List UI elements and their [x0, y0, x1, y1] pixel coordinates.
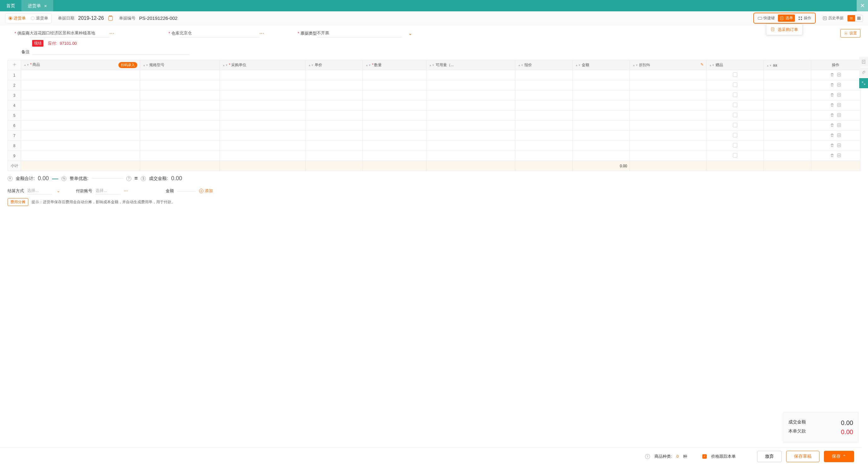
sort-icon: ▲▼: [575, 64, 581, 66]
hotkey-button[interactable]: 快捷键: [756, 14, 777, 22]
items-table-wrap: ▲▼*商品扫码录入 ▲▼规格型号 ▲▼*采购单位 ▲▼单价 ▲▼*数量 ▲▼可用…: [0, 60, 868, 171]
table-row[interactable]: 9: [8, 151, 861, 161]
view-grid-button[interactable]: [855, 15, 863, 22]
add-row-button[interactable]: [837, 72, 841, 78]
delete-row-button[interactable]: [830, 72, 834, 78]
list-icon: [823, 16, 827, 21]
table-row[interactable]: 8: [8, 141, 861, 151]
add-row-button[interactable]: [837, 103, 841, 108]
delete-row-button[interactable]: [830, 103, 834, 108]
plus-box-icon: [837, 123, 841, 127]
history-area: 历史单据: [821, 14, 863, 22]
sort-icon: ▲▼: [709, 64, 715, 66]
add-row-button[interactable]: [837, 153, 841, 158]
more-icon[interactable]: ⋯: [124, 188, 128, 193]
select-purchase-order-popup[interactable]: 选采购订单: [766, 24, 803, 35]
chevron-down-icon[interactable]: ⌄: [57, 188, 60, 193]
gift-checkbox[interactable]: [733, 143, 737, 148]
note-icon: [861, 60, 866, 64]
tab-home[interactable]: 首页: [0, 0, 22, 11]
delete-row-button[interactable]: [830, 133, 834, 138]
col-amount[interactable]: ▲▼金额: [572, 60, 630, 70]
gift-checkbox[interactable]: [733, 133, 737, 137]
fee-allocation-button[interactable]: 费用分摊: [7, 198, 28, 206]
doc-tab-return[interactable]: 退货单: [29, 15, 50, 22]
due-label: 应付:: [48, 41, 57, 46]
table-row[interactable]: 2: [8, 80, 861, 90]
settings-button[interactable]: 设置: [840, 29, 861, 37]
table-row[interactable]: 4: [8, 100, 861, 111]
tab-purchase[interactable]: 进货单 ✕: [22, 0, 53, 11]
gift-checkbox[interactable]: [733, 123, 737, 127]
gift-checkbox[interactable]: [733, 83, 737, 87]
gift-checkbox[interactable]: [733, 72, 737, 77]
whole-discount-field[interactable]: [92, 178, 123, 179]
plus-box-icon: [837, 83, 841, 87]
scan-button[interactable]: 扫码录入: [118, 62, 137, 68]
gift-checkbox[interactable]: [733, 103, 737, 107]
side-attach-button[interactable]: [859, 67, 868, 78]
remark-field[interactable]: [32, 49, 190, 55]
pay-account-select[interactable]: 选择...: [95, 187, 121, 194]
subtotal-label: 小计: [8, 161, 21, 171]
col-aa[interactable]: ▲▼aa: [764, 60, 811, 70]
svg-rect-1: [780, 17, 783, 20]
supplier-field[interactable]: 大连花园口经济区景和水果种植基地: [30, 29, 109, 37]
col-quote[interactable]: ▲▼报价: [515, 60, 572, 70]
table-row[interactable]: 5: [8, 111, 861, 121]
col-product[interactable]: ▲▼*商品扫码录入: [21, 60, 140, 70]
col-qty[interactable]: ▲▼*数量: [363, 60, 427, 70]
col-price[interactable]: ▲▼单价: [306, 60, 363, 70]
col-spec[interactable]: ▲▼规格型号: [140, 60, 220, 70]
warehouse-field[interactable]: 北京仓: [180, 29, 259, 37]
more-icon[interactable]: ⋯: [259, 30, 265, 36]
delete-row-button[interactable]: [830, 113, 834, 118]
svg-rect-0: [758, 17, 762, 19]
window-close-button[interactable]: ✕: [857, 0, 868, 11]
delete-row-button[interactable]: [830, 153, 834, 158]
col-discount[interactable]: ▲▼折扣%✎: [630, 60, 707, 70]
gift-checkbox[interactable]: [733, 113, 737, 117]
delete-row-button[interactable]: [830, 143, 834, 148]
col-avail[interactable]: ▲▼可用量（...: [427, 60, 515, 70]
add-row-button[interactable]: [837, 83, 841, 88]
table-row[interactable]: 7: [8, 131, 861, 141]
add-row-button[interactable]: [837, 133, 841, 138]
add-row-button[interactable]: [837, 93, 841, 98]
calendar-icon[interactable]: [108, 16, 113, 21]
pay-method-select[interactable]: 选择...: [27, 187, 52, 194]
doc-tab-purchase[interactable]: 进货单: [7, 15, 28, 22]
view-list-button[interactable]: [847, 15, 855, 22]
col-settings[interactable]: [8, 60, 21, 70]
expand-chevron-icon[interactable]: ⌄: [408, 30, 412, 36]
select-doc-button[interactable]: 选单: [778, 14, 795, 22]
col-gift[interactable]: ▲▼赠品: [707, 60, 764, 70]
invoice-type-field[interactable]: 不开票: [317, 29, 402, 37]
gift-checkbox[interactable]: [733, 93, 737, 97]
table-row[interactable]: 6: [8, 121, 861, 131]
table-row[interactable]: 3: [8, 90, 861, 100]
add-row-button[interactable]: [837, 123, 841, 128]
operations-button[interactable]: 操作: [796, 14, 813, 22]
help-icon[interactable]: ?: [126, 176, 131, 181]
row-number: 8: [8, 141, 21, 151]
close-icon[interactable]: ✕: [44, 4, 47, 8]
gift-checkbox[interactable]: [733, 153, 737, 157]
side-tools: [859, 57, 868, 89]
side-expand-button[interactable]: [859, 78, 868, 88]
delete-row-button[interactable]: [830, 83, 834, 88]
pay-amount-field[interactable]: [177, 190, 196, 191]
more-icon[interactable]: ⋯: [109, 30, 115, 36]
table-row[interactable]: 1: [8, 70, 861, 80]
delete-row-button[interactable]: [830, 123, 834, 128]
edit-icon[interactable]: ✎: [701, 62, 704, 67]
history-button[interactable]: 历史单据: [821, 14, 845, 22]
add-payment-button[interactable]: + 添加: [199, 188, 213, 194]
add-row-button[interactable]: [837, 113, 841, 118]
date-value[interactable]: 2019-12-26: [78, 16, 104, 21]
col-unit[interactable]: ▲▼*采购单位: [220, 60, 306, 70]
side-note-button[interactable]: [859, 57, 868, 67]
delete-row-button[interactable]: [830, 93, 834, 98]
deal-icon: $: [141, 176, 146, 181]
add-row-button[interactable]: [837, 143, 841, 148]
